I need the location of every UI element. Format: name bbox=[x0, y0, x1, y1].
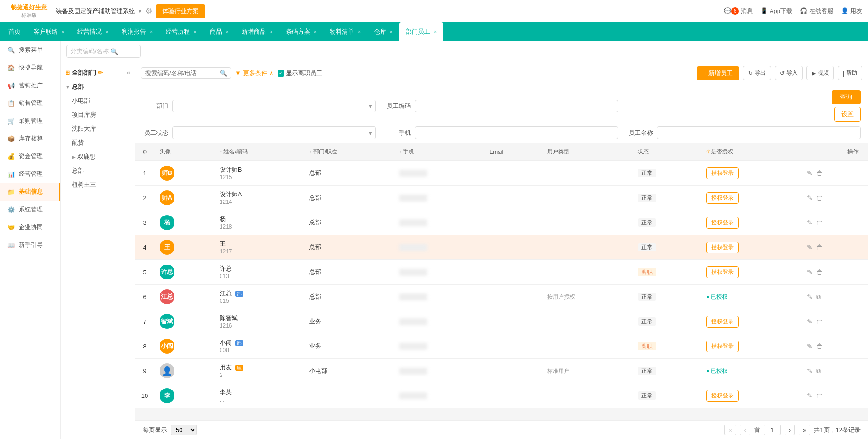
auth-button[interactable]: 授权登录 bbox=[706, 167, 739, 179]
sidebar-item-inventory[interactable]: 📦 库存核算 bbox=[0, 130, 60, 147]
edit-dept-icon[interactable]: ✏ bbox=[98, 70, 103, 76]
page-input[interactable] bbox=[764, 425, 781, 435]
prev-page-button[interactable]: ‹ bbox=[740, 425, 750, 435]
close-icon[interactable]: × bbox=[62, 29, 64, 35]
show-resigned-checkbox[interactable]: ✓ bbox=[278, 70, 284, 77]
edit-icon[interactable]: ✎ bbox=[807, 194, 812, 202]
per-page-select[interactable]: 50 20 100 bbox=[171, 425, 197, 435]
dept-item-peihuo[interactable]: 配货 bbox=[61, 136, 135, 150]
copy-icon[interactable]: ⧉ bbox=[816, 293, 821, 301]
tab-add-goods[interactable]: 新增商品× bbox=[235, 22, 279, 41]
auth-button[interactable]: 授权登录 bbox=[706, 316, 739, 328]
col-dept-position[interactable]: ↕ 部门/职位 bbox=[304, 143, 394, 161]
sidebar-item-purchase[interactable]: 🛒 采购管理 bbox=[0, 112, 60, 130]
delete-icon[interactable]: 🗑 bbox=[816, 318, 823, 325]
filter-dept-select-wrap[interactable]: ▾ bbox=[172, 100, 376, 112]
next-page-button[interactable]: › bbox=[785, 425, 795, 435]
delete-icon[interactable]: 🗑 bbox=[816, 169, 823, 177]
sort-dept-icon[interactable]: ↕ bbox=[309, 149, 312, 154]
col-name-code[interactable]: ↕ 姓名/编码 bbox=[214, 143, 304, 161]
tab-home[interactable]: 首页 bbox=[2, 22, 27, 41]
gear-icon[interactable]: ⚙ bbox=[146, 7, 152, 15]
edit-icon[interactable]: ✎ bbox=[807, 342, 812, 350]
dept-section-headquarters[interactable]: ▼ 总部 bbox=[61, 80, 135, 94]
edit-icon[interactable]: ✎ bbox=[807, 169, 812, 177]
sidebar-item-operations[interactable]: 📊 经营管理 bbox=[0, 165, 60, 183]
tab-journey[interactable]: 经营历程× bbox=[159, 22, 203, 41]
close-icon[interactable]: × bbox=[194, 29, 196, 35]
dept-item-shuanglu[interactable]: ▶ 双鹿想 bbox=[61, 150, 135, 164]
tab-customer[interactable]: 客户联络× bbox=[27, 22, 71, 41]
tab-operations[interactable]: 经营情况× bbox=[71, 22, 115, 41]
filter-emp-status-select-wrap[interactable]: ▾ bbox=[172, 126, 376, 139]
auth-button[interactable]: 授权登录 bbox=[706, 217, 739, 229]
import-button[interactable]: ↺ 导入 bbox=[775, 66, 803, 80]
edit-icon[interactable]: ✎ bbox=[807, 318, 812, 325]
trial-button[interactable]: 体验行业方案 bbox=[156, 4, 205, 18]
message-icon-area[interactable]: 💬 6 消息 bbox=[724, 7, 753, 15]
filter-dept-select[interactable] bbox=[172, 100, 376, 112]
dept-item-zhishu[interactable]: 植树王三 bbox=[61, 178, 135, 192]
search-input[interactable] bbox=[145, 70, 220, 77]
dept-item-project[interactable]: 项目库房 bbox=[61, 108, 135, 122]
help-button[interactable]: | 帮助 bbox=[838, 66, 862, 80]
dept-item-shenyang[interactable]: 沈阳大库 bbox=[61, 122, 135, 136]
close-icon[interactable]: × bbox=[150, 29, 153, 35]
auth-button[interactable]: 授权登录 bbox=[706, 192, 739, 204]
tab-barcode[interactable]: 条码方案× bbox=[279, 22, 323, 41]
tab-profit[interactable]: 利润报告× bbox=[115, 22, 159, 41]
edit-icon[interactable]: ✎ bbox=[807, 219, 812, 226]
delete-icon[interactable]: 🗑 bbox=[816, 392, 823, 399]
set-button[interactable]: 设置 bbox=[834, 107, 861, 122]
close-icon[interactable]: × bbox=[314, 29, 317, 35]
edit-icon[interactable]: ✎ bbox=[807, 268, 812, 276]
filter-phone-input[interactable] bbox=[415, 126, 618, 139]
filter-emp-status-select[interactable] bbox=[172, 126, 376, 139]
app-download-area[interactable]: 📱 App下载 bbox=[760, 7, 792, 15]
dept-item-zongbu[interactable]: 总部 bbox=[61, 164, 135, 178]
edit-icon[interactable]: ✎ bbox=[807, 367, 812, 375]
sort-name-icon[interactable]: ↕ bbox=[220, 149, 222, 154]
tab-warehouse[interactable]: 仓库× bbox=[368, 22, 399, 41]
sidebar-item-enterprise[interactable]: 🤝 企业协同 bbox=[0, 218, 60, 236]
close-icon[interactable]: × bbox=[358, 29, 361, 35]
sidebar-item-search[interactable]: 🔍 搜索菜单 bbox=[0, 41, 60, 59]
first-page-button[interactable]: « bbox=[724, 425, 736, 435]
col-settings[interactable]: ⚙ bbox=[135, 143, 154, 161]
sidebar-item-capital[interactable]: 💰 资金管理 bbox=[0, 147, 60, 165]
auth-button[interactable]: 授权登录 bbox=[706, 242, 739, 253]
last-page-button[interactable]: » bbox=[799, 425, 810, 435]
show-resigned-toggle[interactable]: ✓ 显示离职员工 bbox=[278, 69, 322, 77]
tab-dept-staff[interactable]: 部门员工× bbox=[399, 22, 443, 41]
close-icon[interactable]: × bbox=[226, 29, 229, 35]
collapse-dept-icon[interactable]: « bbox=[127, 70, 130, 76]
col-phone[interactable]: ↕ 手机 bbox=[394, 143, 484, 161]
close-icon[interactable]: × bbox=[434, 29, 437, 35]
add-employee-button[interactable]: + 新增员工 bbox=[697, 66, 739, 80]
dept-item-xiaodianzou[interactable]: 小电部 bbox=[61, 94, 135, 108]
sidebar-item-system[interactable]: ⚙️ 系统管理 bbox=[0, 201, 60, 218]
sort-phone-icon[interactable]: ↕ bbox=[399, 149, 402, 154]
edit-icon[interactable]: ✎ bbox=[807, 293, 812, 300]
delete-icon[interactable]: 🗑 bbox=[816, 268, 823, 276]
delete-icon[interactable]: 🗑 bbox=[816, 244, 823, 251]
auth-button[interactable]: 授权登录 bbox=[706, 266, 739, 278]
close-icon[interactable]: × bbox=[105, 29, 108, 35]
sidebar-item-guide[interactable]: 📖 新手引导 bbox=[0, 236, 60, 254]
classify-search-wrap[interactable]: 分类编码/名称 🔍 bbox=[66, 45, 141, 58]
edit-icon[interactable]: ✎ bbox=[807, 392, 812, 399]
tab-goods[interactable]: 商品× bbox=[203, 22, 235, 41]
dropdown-arrow-icon[interactable]: ▾ bbox=[139, 7, 142, 14]
close-icon[interactable]: × bbox=[390, 29, 393, 35]
copy-icon[interactable]: ⧉ bbox=[816, 367, 821, 375]
edit-icon[interactable]: ✎ bbox=[807, 244, 812, 251]
sidebar-item-sales[interactable]: 📋 销售管理 bbox=[0, 94, 60, 112]
auth-button[interactable]: 授权登录 bbox=[706, 341, 739, 352]
auth-button[interactable]: 授权登录 bbox=[706, 390, 739, 402]
filter-emp-code-input[interactable] bbox=[415, 100, 618, 112]
search-button[interactable]: 查询 bbox=[832, 90, 861, 104]
tab-bom[interactable]: 物料清单× bbox=[323, 22, 367, 41]
delete-icon[interactable]: 🗑 bbox=[816, 219, 823, 226]
view-button[interactable]: ▶ 视频 bbox=[806, 66, 834, 80]
export-button[interactable]: ↻ 导出 bbox=[743, 66, 771, 80]
